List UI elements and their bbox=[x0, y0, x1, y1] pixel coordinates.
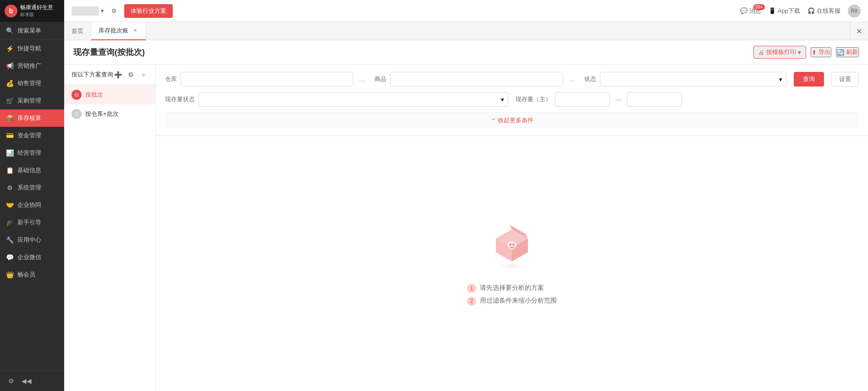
export-icon: ⬆ bbox=[812, 49, 817, 56]
app-download-btn[interactable]: 📱 App下载 bbox=[769, 7, 800, 15]
settings-footer-btn[interactable]: ⚙ bbox=[5, 375, 16, 386]
system-icon: ⚙ bbox=[5, 184, 14, 192]
apps-icon: 🔧 bbox=[5, 236, 14, 244]
topbar-settings-btn[interactable]: ⚙ bbox=[108, 5, 121, 17]
query-btn[interactable]: 查询 bbox=[794, 72, 824, 87]
export-label: 导出 bbox=[819, 48, 830, 56]
sidebar-item-operations[interactable]: 📊 经营管理 bbox=[0, 144, 64, 162]
warehouse-more-btn[interactable]: … bbox=[357, 76, 367, 83]
page-content: 现存量查询(按批次) 🖨 按模板打印 ▾ ⬆ 导出 🔄 刷新 bbox=[64, 40, 868, 391]
status-select[interactable]: ▾ bbox=[600, 72, 786, 87]
step-2-text: 用过滤条件来缩小分析范围 bbox=[480, 297, 557, 305]
filter-settings-btn[interactable]: 设置 bbox=[831, 72, 859, 87]
user-avatar[interactable]: Rit bbox=[848, 5, 861, 17]
tab-global-close-btn[interactable]: ✕ bbox=[850, 22, 868, 40]
sidebar-item-marketing[interactable]: 📢 营销推广 bbox=[0, 57, 64, 75]
tab-home-label: 首页 bbox=[71, 27, 83, 35]
empty-step-2: 2 用过滤条件来缩小分析范围 bbox=[467, 297, 557, 306]
app-subtitle: 标准版 bbox=[20, 11, 53, 18]
sidebar-item-cooperation[interactable]: 🤝 企业协同 bbox=[0, 196, 64, 214]
vip-label: 畅会员 bbox=[17, 271, 35, 279]
experience-btn[interactable]: 体验行业方案 bbox=[124, 4, 173, 18]
inventory-status-field: 现存量状态 ▾ bbox=[165, 92, 508, 107]
operations-icon: 📊 bbox=[5, 149, 14, 157]
plan-icon-warehouse-batch: ⊙ bbox=[71, 109, 82, 119]
headphone-icon: 🎧 bbox=[808, 7, 815, 14]
topbar-left: ▾ ⚙ 体验行业方案 bbox=[71, 4, 736, 18]
inventory-status-select[interactable]: ▾ bbox=[198, 92, 508, 107]
sales-label: 销售管理 bbox=[17, 79, 41, 87]
search-menu-item[interactable]: 🔍 搜索菜单 bbox=[0, 22, 64, 40]
topbar-dropdown[interactable]: ▾ bbox=[71, 6, 104, 16]
refresh-btn[interactable]: 🔄 刷新 bbox=[836, 47, 859, 57]
product-input[interactable] bbox=[390, 72, 563, 87]
quicknav-icon: ⚡ bbox=[5, 44, 14, 53]
manage-plan-btn[interactable]: ⚙ bbox=[126, 70, 135, 79]
step-num-2: 2 bbox=[467, 297, 476, 306]
export-btn[interactable]: ⬆ 导出 bbox=[811, 47, 831, 57]
empty-state: 1 请先选择要分析的方案 2 用过滤条件来缩小分析范围 bbox=[156, 136, 868, 391]
app-logo: b bbox=[5, 5, 17, 17]
collapse-filter-btn[interactable]: ⌃ 收起更多条件 bbox=[165, 112, 859, 128]
sidebar-item-vip[interactable]: 👑 畅会员 bbox=[0, 266, 64, 283]
sidebar-item-basic[interactable]: 📋 基础信息 bbox=[0, 162, 64, 179]
warehouse-field: 仓库 … bbox=[165, 72, 367, 87]
main-area: ▾ ⚙ 体验行业方案 💬 消息 99+ 📱 App下载 🎧 在线客服 Rit bbox=[64, 0, 868, 391]
filter-row-2: 现存量状态 ▾ 现存量（主） — bbox=[165, 92, 859, 107]
sidebar-item-finance[interactable]: 💳 资金管理 bbox=[0, 127, 64, 144]
status-label: 状态 bbox=[584, 75, 596, 83]
empty-illustration bbox=[484, 218, 539, 273]
sales-icon: 💰 bbox=[5, 79, 14, 87]
sidebar-item-inventory[interactable]: 📦 库存核算 bbox=[0, 109, 64, 127]
sidebar-header: b 畅康通好生意 标准版 bbox=[0, 0, 64, 22]
tab-home[interactable]: 首页 bbox=[64, 22, 91, 40]
tab-close-btn[interactable]: ✕ bbox=[131, 27, 138, 34]
plan-item-warehouse-batch[interactable]: ⊙ 按仓库+批次 bbox=[64, 104, 155, 124]
sidebar-item-guide[interactable]: 🎓 新手引导 bbox=[0, 214, 64, 231]
topbar: ▾ ⚙ 体验行业方案 💬 消息 99+ 📱 App下载 🎧 在线客服 Rit bbox=[64, 0, 868, 22]
search-icon: 🔍 bbox=[5, 27, 14, 35]
add-plan-btn[interactable]: ➕ bbox=[113, 70, 122, 79]
warehouse-input[interactable] bbox=[181, 72, 353, 87]
sidebar-item-purchase[interactable]: 🛒 采购管理 bbox=[0, 92, 64, 109]
tab-inventory-batch[interactable]: 库存批次账 ✕ bbox=[91, 22, 146, 40]
plan-label-batch: 按批次 bbox=[85, 91, 103, 99]
quicknav-label: 快捷导航 bbox=[17, 44, 41, 53]
filter-area: 仓库 … 商品 … 状态 ▾ bbox=[156, 65, 868, 136]
sidebar-item-quicknav[interactable]: ⚡ 快捷导航 bbox=[0, 40, 64, 57]
message-btn[interactable]: 💬 消息 99+ bbox=[740, 7, 761, 15]
online-service-btn[interactable]: 🎧 在线客服 bbox=[808, 7, 841, 15]
wechat-label: 企业微信 bbox=[17, 253, 41, 261]
dropdown-chevron-icon: ▾ bbox=[101, 7, 104, 14]
marketing-label: 营销推广 bbox=[17, 62, 41, 70]
refresh-icon: 🔄 bbox=[837, 49, 844, 56]
print-label: 按模板打印 bbox=[766, 48, 796, 56]
sidebar-item-wechat[interactable]: 💬 企业微信 bbox=[0, 249, 64, 266]
online-service-label: 在线客服 bbox=[817, 7, 841, 15]
sidebar-item-sales[interactable]: 💰 销售管理 bbox=[0, 75, 64, 92]
warehouse-label: 仓库 bbox=[165, 75, 177, 83]
inventory-quantity-to[interactable] bbox=[627, 92, 682, 107]
product-more-btn[interactable]: … bbox=[567, 76, 577, 83]
sidebar-item-apps[interactable]: 🔧 应用中心 bbox=[0, 231, 64, 249]
quantity-dash: — bbox=[614, 96, 623, 103]
page-title: 现存量查询(按批次) bbox=[73, 47, 145, 58]
product-field: 商品 … bbox=[374, 72, 577, 87]
chevron-up-icon: ⌃ bbox=[491, 117, 496, 124]
plan-item-batch[interactable]: ⊙ 按批次 bbox=[64, 85, 155, 104]
plan-header-label: 按以下方案查询 bbox=[71, 71, 113, 79]
sidebar-item-system[interactable]: ⚙ 系统管理 bbox=[0, 179, 64, 196]
header-icons: ➕ ⚙ « bbox=[113, 70, 148, 79]
status-chevron-icon: ▾ bbox=[779, 76, 782, 83]
collapse-sidebar-btn[interactable]: ◀◀ bbox=[21, 375, 32, 386]
collapse-panel-btn[interactable]: « bbox=[139, 70, 148, 79]
app-download-label: App下载 bbox=[778, 7, 800, 15]
message-badge: 99+ bbox=[753, 4, 765, 10]
inventory-status-chevron-icon: ▾ bbox=[501, 96, 504, 103]
inventory-quantity-from[interactable] bbox=[555, 92, 610, 107]
print-dropdown-icon: ▾ bbox=[798, 49, 801, 56]
inventory-status-label: 现存量状态 bbox=[165, 95, 195, 103]
print-btn[interactable]: 🖨 按模板打印 ▾ bbox=[753, 46, 806, 59]
sidebar-nav: ⚡ 快捷导航 📢 营销推广 💰 销售管理 🛒 采购管理 📦 库存核算 💳 资金管… bbox=[0, 40, 64, 370]
marketing-icon: 📢 bbox=[5, 62, 14, 70]
